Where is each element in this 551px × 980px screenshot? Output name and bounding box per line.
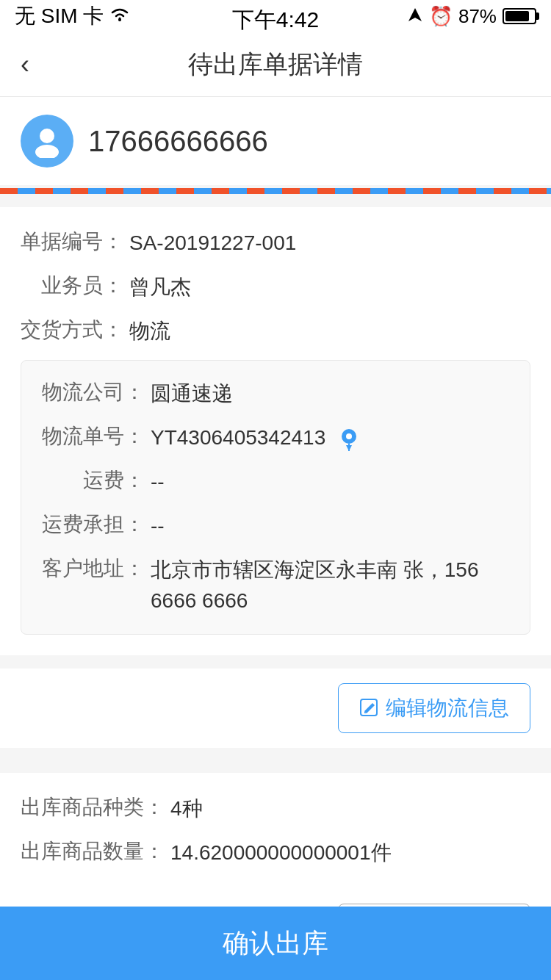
tracking-no-text: YT4306405342413	[151, 422, 325, 453]
freight-bear-row: 运费承担： --	[42, 511, 509, 541]
order-info-card: 单据编号： SA-20191227-001 业务员： 曾凡杰 交货方式： 物流 …	[0, 207, 551, 655]
status-time: 下午4:42	[232, 5, 319, 35]
user-phone: 17666666666	[88, 125, 268, 158]
delivery-row: 交货方式： 物流	[21, 316, 530, 347]
address-label: 客户地址：	[42, 555, 145, 583]
freight-bear-value: --	[151, 511, 509, 541]
salesman-row: 业务员： 曾凡杰	[21, 272, 530, 303]
back-button[interactable]: ‹	[21, 49, 29, 80]
edit-logistics-section: 编辑物流信息	[0, 669, 551, 748]
user-header: 17666666666	[0, 97, 551, 185]
tracking-value: YT4306405342413	[151, 422, 509, 453]
dashed-divider	[0, 188, 551, 194]
edit-logistics-label: 编辑物流信息	[386, 694, 509, 722]
logistics-company-value: 圆通速递	[151, 378, 509, 409]
svg-point-1	[40, 129, 54, 143]
status-carrier: 无 SIM 卡	[15, 2, 130, 30]
salesman-value: 曾凡杰	[129, 272, 530, 303]
battery-text: 87%	[458, 5, 497, 28]
order-no-row: 单据编号： SA-20191227-001	[21, 228, 530, 259]
wifi-icon	[109, 4, 130, 28]
tracking-row: 物流单号： YT4306405342413	[42, 422, 509, 453]
freight-bear-label: 运费承担：	[42, 511, 145, 538]
logistics-card: 物流公司： 圆通速递 物流单号： YT4306405342413 运费： --	[21, 360, 530, 635]
goods-types-row: 出库商品种类： 4种	[21, 793, 530, 824]
avatar	[21, 115, 73, 167]
status-bar: 无 SIM 卡 下午4:42 ⏰ 87%	[0, 0, 551, 32]
goods-quantity-value: 14.620000000000001件	[170, 837, 530, 868]
order-no-value: SA-20191227-001	[129, 228, 530, 259]
goods-quantity-row: 出库商品数量： 14.620000000000001件	[21, 837, 530, 868]
battery-icon	[503, 8, 536, 24]
delivery-value: 物流	[129, 316, 530, 347]
edit-logistics-button[interactable]: 编辑物流信息	[338, 683, 530, 733]
carrier-text: 无 SIM 卡	[15, 2, 104, 30]
svg-marker-5	[346, 445, 352, 451]
logistics-company-row: 物流公司： 圆通速递	[42, 378, 509, 409]
nav-bar: ‹ 待出库单据详情	[0, 32, 551, 97]
confirm-out-button[interactable]: 确认出库	[0, 907, 551, 980]
address-value: 北京市市辖区海淀区永丰南 张，156 6666 6666	[151, 555, 509, 616]
freight-value: --	[151, 466, 509, 497]
page-title: 待出库单据详情	[188, 48, 363, 82]
goods-types-value: 4种	[170, 793, 530, 824]
freight-label: 运费：	[42, 466, 145, 494]
section-separator-1	[0, 748, 551, 760]
edit-icon	[359, 698, 380, 718]
goods-quantity-label: 出库商品数量：	[21, 837, 165, 865]
goods-info-card: 出库商品种类： 4种 出库商品数量： 14.620000000000001件	[0, 773, 551, 889]
confirm-out-label: 确认出库	[223, 926, 328, 962]
location-status-icon	[407, 5, 423, 28]
svg-point-2	[35, 145, 59, 158]
address-row: 客户地址： 北京市市辖区海淀区永丰南 张，156 6666 6666	[42, 555, 509, 616]
alarm-status-icon: ⏰	[429, 5, 453, 28]
logistics-company-label: 物流公司：	[42, 378, 145, 406]
user-avatar-icon	[30, 124, 64, 158]
delivery-label: 交货方式：	[21, 316, 123, 344]
tracking-location-icon[interactable]	[334, 423, 364, 453]
tracking-label: 物流单号：	[42, 422, 145, 450]
salesman-label: 业务员：	[21, 272, 123, 300]
svg-point-4	[346, 433, 352, 439]
goods-types-label: 出库商品种类：	[21, 793, 165, 821]
freight-row: 运费： --	[42, 466, 509, 497]
svg-point-0	[118, 18, 121, 21]
order-no-label: 单据编号：	[21, 228, 123, 256]
status-right: ⏰ 87%	[407, 5, 536, 28]
